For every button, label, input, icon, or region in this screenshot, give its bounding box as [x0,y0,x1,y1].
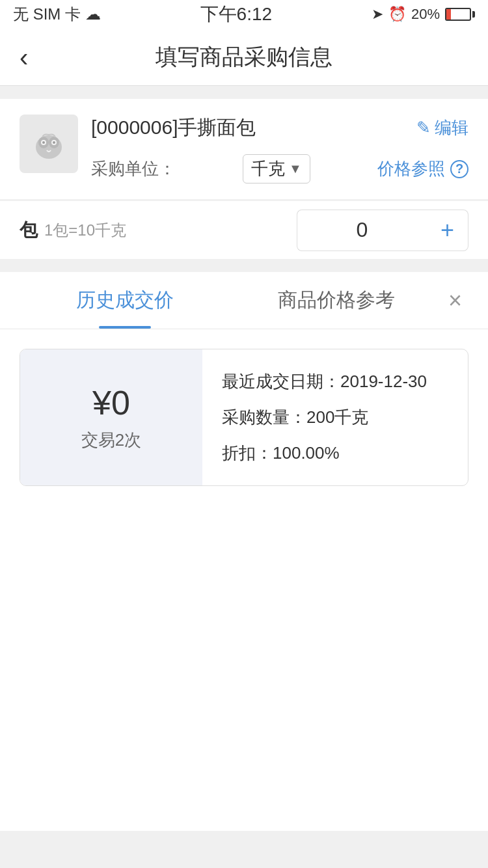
status-right: ➤ ⏰ 20% [372,6,475,23]
tab-content: ¥0 交易2次 最近成交日期：2019-12-30 采购数量：200千克 折扣：… [0,329,488,506]
price-transaction-count: 交易2次 [81,429,141,452]
quantity-equiv: 1包=10千克 [44,220,126,241]
product-name-row: [0000006]手撕面包 ✎ 编辑 [91,115,468,141]
price-amount: ¥0 [92,383,130,422]
price-currency: ¥ [92,384,111,422]
price-card-left: ¥0 交易2次 [20,349,202,485]
purchase-qty-value: 200千克 [306,407,368,427]
unit-select[interactable]: 千克 ▼ [243,154,310,183]
purchase-unit-label: 采购单位： [91,157,176,180]
status-bar: 无 SIM 卡 ☁ 下午6:12 ➤ ⏰ 20% [0,0,488,29]
quantity-input[interactable]: 0 [297,210,427,251]
price-card: ¥0 交易2次 最近成交日期：2019-12-30 采购数量：200千克 折扣：… [20,349,468,486]
svg-point-5 [42,141,45,144]
product-thumbnail [20,115,78,173]
discount-value: 100.00% [273,443,340,463]
product-header: [0000006]手撕面包 ✎ 编辑 采购单位： 千克 ▼ 价格参照 ? [20,115,468,183]
tab-close-button[interactable]: × [442,287,468,314]
tab-active-underline [99,326,151,329]
page-title: 填写商品采购信息 [156,42,332,72]
location-icon: ➤ [372,6,383,23]
purchase-unit-row: 采购单位： 千克 ▼ 价格参照 ? [91,154,468,183]
product-name: [0000006]手撕面包 [91,115,256,141]
edit-icon: ✎ [416,118,431,138]
quantity-plus-button[interactable]: + [427,210,468,251]
price-card-right: 最近成交日期：2019-12-30 采购数量：200千克 折扣：100.00% [202,349,468,485]
quantity-label-wrap: 包 1包=10千克 [20,218,126,243]
battery-indicator [445,8,475,21]
discount-row: 折扣：100.00% [222,441,448,466]
price-ref-label: 价格参照 [377,157,445,180]
quantity-controls: 0 + [297,210,468,251]
sim-label: 无 SIM 卡 ☁ [13,4,101,25]
svg-point-6 [53,141,55,144]
tabs-section: 历史成交价 商品价格参考 × ¥0 交易2次 最近成交日期：2019-12-30… [0,272,488,506]
price-ref-button[interactable]: 价格参照 ? [377,157,468,180]
purchase-qty-label: 采购数量： [222,407,306,427]
recent-date-value: 2019-12-30 [340,372,427,391]
tab-history-label: 历史成交价 [76,287,174,314]
price-ref-help-icon: ? [450,160,468,178]
dropdown-arrow-icon: ▼ [289,161,302,176]
tab-price-ref-label: 商品价格参考 [278,287,395,314]
edit-button[interactable]: ✎ 编辑 [416,116,468,139]
edit-label: 编辑 [435,116,468,139]
back-button[interactable]: ‹ [20,44,28,70]
alarm-icon: ⏰ [388,6,406,23]
battery-pct: 20% [411,6,440,23]
quantity-unit: 包 [20,218,38,243]
tab-product-price-ref[interactable]: 商品价格参考 [230,272,441,329]
bottom-area [0,506,488,831]
quantity-section: 包 1包=10千克 0 + [0,200,488,259]
price-value: 0 [111,384,130,422]
product-logo-icon [29,124,68,163]
status-time: 下午6:12 [200,2,273,27]
nav-bar: ‹ 填写商品采购信息 [0,29,488,86]
recent-date-label: 最近成交日期： [222,372,340,391]
tab-history-price[interactable]: 历史成交价 [20,272,230,329]
discount-label: 折扣： [222,443,273,463]
recent-date-row: 最近成交日期：2019-12-30 [222,369,448,394]
purchase-qty-row: 采购数量：200千克 [222,405,448,430]
tabs-header: 历史成交价 商品价格参考 × [0,272,488,329]
status-left: 无 SIM 卡 ☁ [13,4,101,25]
product-info: [0000006]手撕面包 ✎ 编辑 采购单位： 千克 ▼ 价格参照 ? [91,115,468,183]
product-card: [0000006]手撕面包 ✎ 编辑 采购单位： 千克 ▼ 价格参照 ? [0,99,488,199]
unit-value: 千克 [251,157,285,180]
